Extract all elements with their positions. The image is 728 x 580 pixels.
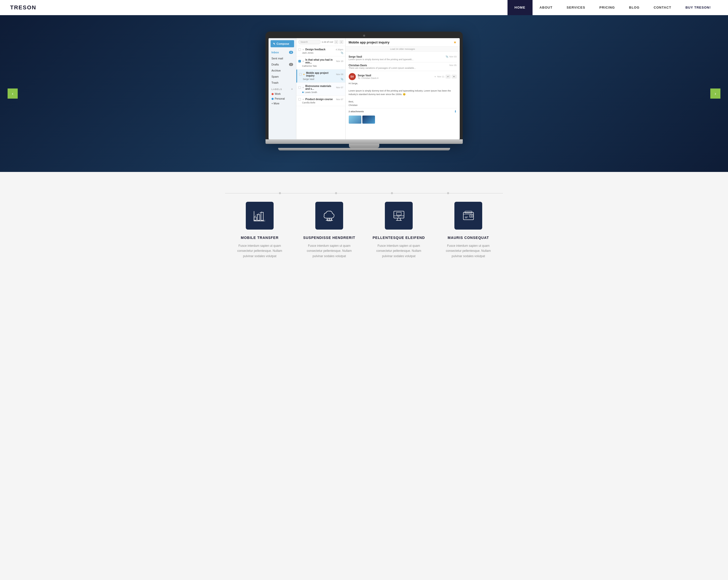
svg-line-18 — [398, 216, 399, 217]
wallet-icon — [462, 209, 475, 223]
email-subject-1: Is that what you had in min... — [306, 58, 335, 64]
email-time-4: Nov 07 — [336, 98, 343, 101]
monitor-icon — [392, 209, 406, 223]
email-sender-1: Catherine Tate — [302, 65, 343, 67]
email-checkbox-4[interactable] — [298, 98, 301, 101]
sidebar-sent[interactable]: Sent mail — [268, 55, 296, 61]
labels-expand[interactable]: + — [291, 88, 293, 90]
sidebar-inbox[interactable]: Inbox 3 — [268, 49, 296, 55]
email-checkbox-2[interactable] — [299, 73, 302, 76]
email-sender-2: Serge Vasil — [303, 78, 339, 80]
email-item-1[interactable]: ✓ ★ Is that what you had in min... Nov 1… — [296, 56, 345, 70]
sent-label: Sent mail — [271, 57, 283, 60]
message-to: To: Christian Davis ▾ — [358, 77, 432, 79]
main-nav: HOME ABOUT SERVICES PRICING BLOG CONTACT… — [508, 0, 718, 15]
svg-line-13 — [397, 218, 398, 220]
message-sign-name: Christian — [349, 103, 457, 107]
reply-button[interactable]: ↩ — [446, 75, 450, 79]
attachments-thumbs — [349, 115, 457, 124]
attachment-thumb-1[interactable] — [362, 115, 375, 124]
email-star-3[interactable]: ★ — [302, 86, 304, 89]
attachment-icon-0: 📎 — [341, 52, 343, 54]
label-work[interactable]: Work — [268, 91, 296, 96]
connector-dot-0 — [279, 192, 281, 194]
features-grid: MOBILE TRANSFER Fusce interdum sapien ut… — [225, 202, 503, 259]
email-item-0[interactable]: ★ Design feedback 4:30pm Jack Jones 📎 — [296, 46, 345, 56]
sidebar-drafts[interactable]: Drafts 2 — [268, 61, 296, 68]
label-more[interactable]: + More — [268, 101, 296, 106]
compose-button[interactable]: ✎ Compose — [270, 40, 294, 47]
search-input[interactable]: Search — [298, 40, 321, 44]
nav-about[interactable]: ABOUT — [532, 0, 560, 15]
compose-label: Compose — [277, 42, 289, 45]
next-arrow[interactable]: › — [710, 88, 721, 99]
email-checkbox-1[interactable]: ✓ — [298, 60, 301, 62]
email-star-0[interactable]: ★ — [302, 48, 304, 51]
email-item-4[interactable]: ★ Product design course Nov 07 Camilla B… — [296, 96, 345, 106]
nav-services[interactable]: SERVICES — [560, 0, 593, 15]
sidebar-archive[interactable]: Archive — [268, 68, 296, 74]
inbox-badge: 3 — [289, 51, 293, 54]
laptop-camera — [363, 35, 365, 37]
laptop-base — [265, 139, 463, 144]
nav-blog[interactable]: BLOG — [622, 0, 647, 15]
message-block: SV Serge Vasil To: Christian Davis ▾ ★ N… — [349, 71, 457, 126]
attachment-thumb-0[interactable] — [349, 115, 361, 124]
thread-date-0: Nov 03 — [449, 55, 457, 58]
thread-sender-0: Serge Vasil — [349, 55, 362, 58]
svg-rect-2 — [261, 212, 263, 220]
email-view-star[interactable]: ★ — [453, 40, 457, 44]
email-subject-3: Bistronome materials and s... — [306, 85, 335, 90]
more-label: + More — [271, 102, 280, 105]
svg-rect-16 — [396, 212, 401, 215]
email-item-3[interactable]: ★ Bistronome materials and s... Nov 07 L… — [296, 83, 345, 96]
attachments-bar: 2 attachments ⬇ — [349, 108, 457, 114]
feature-mobile-transfer: MOBILE TRANSFER Fusce interdum sapien ut… — [225, 202, 294, 259]
features-section: MOBILE TRANSFER Fusce interdum sapien ut… — [0, 172, 728, 274]
label-personal[interactable]: Personal — [268, 96, 296, 101]
download-all-button[interactable]: ⬇ — [454, 110, 457, 113]
nav-contact[interactable]: CONTACT — [647, 0, 678, 15]
email-item-2[interactable]: ★ Mobile app project inquiry Nov 09 Serg… — [296, 70, 345, 83]
email-star-2[interactable]: ★ — [303, 73, 305, 76]
svg-line-14 — [400, 218, 401, 220]
feature-desc-2: Fusce interdum sapien ut quam consectetu… — [373, 243, 424, 259]
connector-line-4 — [449, 193, 503, 193]
nav-buy[interactable]: BUY TRESON! — [678, 0, 718, 15]
connector-dot-2 — [391, 192, 393, 194]
email-star-4[interactable]: ★ — [302, 98, 304, 101]
nav-home[interactable]: HOME — [508, 0, 532, 15]
message-body: Hi Serge, Lorem Ipsum is simply dummy te… — [349, 82, 457, 107]
email-app: ✎ Compose Inbox 3 Sent mail Drafts 2 — [268, 38, 460, 139]
connector-dot-3 — [447, 192, 449, 194]
work-label: Work — [275, 93, 281, 95]
drafts-label: Drafts — [271, 63, 279, 66]
connector-line-0 — [225, 193, 279, 193]
message-text: Lorem Ipsum is simply dummy text of the … — [349, 89, 457, 96]
email-checkbox-3[interactable] — [298, 86, 301, 89]
thread-item-0: Serge Vasil 📎 Nov 03 Lorem Ipsum is simp… — [349, 54, 457, 62]
thread-attachment-0: 📎 — [446, 55, 448, 58]
feature-icon-box-2 — [385, 202, 413, 230]
email-view: Mobile app project inquiry ★ Load 24 old… — [346, 38, 460, 139]
feature-desc-3: Fusce interdum sapien ut quam consectetu… — [443, 243, 494, 259]
email-star-1[interactable]: ★ — [302, 60, 304, 62]
cloud-icon — [322, 209, 336, 223]
message-sign-best: Best, — [349, 100, 457, 103]
email-sender-3: Lewis Smith — [305, 91, 343, 94]
email-next-btn[interactable]: › — [339, 40, 343, 44]
email-checkbox-0[interactable] — [298, 48, 301, 51]
message-greeting: Hi Serge, — [349, 82, 457, 85]
more-button[interactable]: ▾ — [451, 75, 457, 79]
prev-arrow[interactable]: ‹ — [7, 88, 18, 99]
unread-indicator-3 — [302, 91, 304, 93]
message-star[interactable]: ★ — [434, 75, 436, 78]
load-more-bar[interactable]: Load 24 older messages — [346, 47, 460, 52]
sidebar-trash[interactable]: Trash — [268, 80, 296, 86]
email-time-0: 4:30pm — [336, 48, 343, 51]
sidebar-spam[interactable]: Spam — [268, 74, 296, 80]
email-time-2: Nov 09 — [336, 73, 343, 76]
email-prev-btn[interactable]: ‹ — [334, 40, 338, 44]
compose-icon: ✎ — [273, 43, 275, 45]
nav-pricing[interactable]: PRICING — [592, 0, 622, 15]
